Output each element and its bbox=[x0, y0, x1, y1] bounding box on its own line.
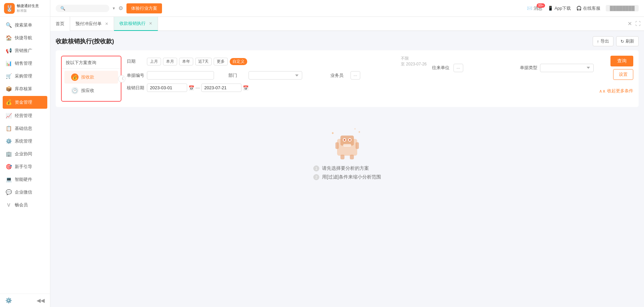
topbar-search-icon: 🔍 bbox=[60, 6, 65, 11]
tab-prepay-label: 预付冲应付单 bbox=[75, 21, 102, 27]
sidebar-item-label: 销售管理 bbox=[15, 60, 32, 66]
basic-info-icon: 📋 bbox=[5, 125, 12, 132]
date-quick-group: 上月 本月 本年 近7天 更多 自定义 bbox=[147, 58, 247, 65]
tip-text-1: 请先选择要分析的方案 bbox=[322, 165, 369, 171]
salesperson-ellipsis-btn[interactable]: ··· bbox=[351, 71, 360, 80]
sidebar-item-label: 新手引导 bbox=[15, 164, 32, 170]
bill-type-field: 单据类型 bbox=[520, 64, 602, 72]
by-receipt-label: 按收款 bbox=[81, 74, 94, 80]
tab-receipt-close[interactable]: ✕ bbox=[149, 21, 152, 26]
tabbar-right: ✕ ⛶ bbox=[628, 20, 644, 27]
date-this-month-btn[interactable]: 本月 bbox=[163, 58, 177, 65]
app-download-button[interactable]: 📱 App下载 bbox=[548, 5, 571, 11]
sidebar-item-wechat-biz[interactable]: 💬 企业微信 bbox=[0, 186, 50, 199]
bill-no-field: 单据编号 bbox=[127, 71, 223, 80]
main-area: 🔍 ▾ ⚙ 体验行业方案 ✉️ 消息 99+ 📱 App下载 🎧 在线客服 ██ bbox=[50, 0, 644, 307]
sidebar-nav: 🔍 搜索菜单 🏠 快捷导航 📢 营销推广 📊 销售管理 🛒 采购管理 📦 库存核… bbox=[0, 17, 50, 294]
verify-date-field: 核销日期 📅 — 📅 bbox=[127, 84, 427, 92]
collapse-sidebar-icon[interactable]: ◀◀ bbox=[37, 297, 45, 304]
tab-close-all-icon[interactable]: ✕ bbox=[628, 20, 632, 27]
counterparty-label: 往来单位 bbox=[432, 65, 449, 71]
topbar-search-box[interactable]: 🔍 bbox=[56, 5, 109, 12]
sidebar-item-label: 畅会员 bbox=[15, 202, 28, 208]
sales-icon: 📊 bbox=[5, 60, 12, 66]
sidebar-item-search-menu[interactable]: 🔍 搜索菜单 bbox=[0, 19, 50, 32]
sidebar-item-purchase[interactable]: 🛒 采购管理 bbox=[0, 70, 50, 83]
refresh-button[interactable]: ↻ 刷新 bbox=[616, 36, 639, 46]
date-more-btn[interactable]: 更多 bbox=[214, 58, 228, 65]
sidebar-item-guide[interactable]: 🎯 新手引导 bbox=[0, 160, 50, 173]
tab-prepay-close[interactable]: ✕ bbox=[105, 21, 108, 26]
svg-rect-7 bbox=[335, 142, 339, 149]
collapse-conditions-button[interactable]: ∧∧ 收起更多条件 bbox=[599, 88, 633, 94]
topbar-gear-icon[interactable]: ⚙ bbox=[118, 5, 123, 11]
date-this-year-btn[interactable]: 本年 bbox=[179, 58, 193, 65]
user-info[interactable]: ████████ bbox=[606, 6, 639, 11]
tab-home[interactable]: 首页 bbox=[50, 17, 70, 31]
logo-icon: 🐰 bbox=[4, 3, 15, 14]
export-label: 导出 bbox=[600, 38, 609, 44]
export-icon: ↑ bbox=[597, 39, 599, 44]
date-last-7days-btn[interactable]: 近7天 bbox=[195, 58, 212, 65]
sidebar-item-marketing[interactable]: 📢 营销推广 bbox=[0, 44, 50, 57]
bill-no-input[interactable] bbox=[147, 71, 214, 80]
empty-tip-2: 2 用[过滤]条件来缩小分析范围 bbox=[313, 174, 381, 180]
settings-button[interactable]: 设置 bbox=[613, 69, 633, 80]
tip-text-2: 用[过滤]条件来缩小分析范围 bbox=[322, 174, 381, 180]
sidebar-item-sales[interactable]: 📊 销售管理 bbox=[0, 57, 50, 70]
tab-maximize-icon[interactable]: ⛶ bbox=[635, 21, 641, 27]
filter-method-by-receipt[interactable]: 💰 按收款 bbox=[64, 71, 118, 84]
sidebar-item-basic-info[interactable]: 📋 基础信息 bbox=[0, 122, 50, 135]
online-service-button[interactable]: 🎧 在线客服 bbox=[576, 5, 600, 11]
sidebar-item-label: 营销推广 bbox=[15, 48, 32, 54]
salesperson-label: 业务员 bbox=[330, 72, 348, 79]
verify-date-end-input[interactable] bbox=[201, 84, 241, 92]
finance-icon: 💰 bbox=[5, 99, 12, 105]
date-custom-badge[interactable]: 自定义 bbox=[230, 58, 247, 65]
app-logo: 🐰 畅捷通好生意 标准版 bbox=[0, 0, 50, 17]
filter-method-by-receivable[interactable]: 🕐 按应收 bbox=[64, 84, 118, 97]
verify-date-start-cal-icon[interactable]: 📅 bbox=[189, 85, 194, 91]
sidebar-item-quick-nav[interactable]: 🏠 快捷导航 bbox=[0, 32, 50, 44]
sidebar-item-system[interactable]: ⚙️ 系统管理 bbox=[0, 135, 50, 148]
query-button[interactable]: 查询 bbox=[610, 56, 633, 66]
filter-method-sidebar: 按以下方案查询 💰 按收款 🕐 按应收 《 bbox=[61, 56, 121, 102]
export-button[interactable]: ↑ 导出 bbox=[593, 36, 614, 46]
topbar-dropdown-icon[interactable]: ▾ bbox=[113, 6, 115, 11]
date-filter-row: 日期 上月 本月 本年 近7天 更多 自定义 bbox=[127, 56, 427, 67]
bill-type-select[interactable] bbox=[540, 64, 594, 72]
sidebar-item-enterprise[interactable]: 🏢 企业协同 bbox=[0, 148, 50, 160]
enterprise-icon: 🏢 bbox=[5, 151, 12, 157]
tab-receipt-offset[interactable]: 收款核销执行 ✕ bbox=[114, 17, 158, 31]
verify-date-end-cal-icon[interactable]: 📅 bbox=[243, 85, 249, 91]
sidebar: 🐰 畅捷通好生意 标准版 🔍 搜索菜单 🏠 快捷导航 📢 营销推广 📊 销售管理… bbox=[0, 0, 50, 307]
date-field: 日期 上月 本月 本年 近7天 更多 自定义 bbox=[127, 58, 395, 65]
sidebar-item-label: 库存核算 bbox=[15, 86, 32, 92]
counterparty-field: 往来单位 ··· bbox=[432, 64, 515, 72]
operation-icon: 📈 bbox=[5, 113, 12, 119]
purchase-icon: 🛒 bbox=[5, 73, 12, 79]
sidebar-item-operation[interactable]: 📈 经营管理 bbox=[0, 109, 50, 122]
industry-solution-button[interactable]: 体验行业方案 bbox=[126, 3, 162, 13]
bill-no-label: 单据编号 bbox=[127, 72, 144, 79]
sidebar-item-finance[interactable]: 💰 资金管理 bbox=[3, 96, 47, 109]
message-button[interactable]: ✉️ 消息 99+ bbox=[527, 5, 542, 11]
settings-icon[interactable]: ⚙️ bbox=[5, 297, 12, 304]
svg-text:✦: ✦ bbox=[354, 127, 356, 131]
system-icon: ⚙️ bbox=[5, 138, 12, 144]
verify-date-start-input[interactable] bbox=[147, 84, 187, 92]
sidebar-item-label: 企业协同 bbox=[15, 151, 32, 157]
counterparty-ellipsis-btn[interactable]: ··· bbox=[453, 64, 463, 72]
tab-receipt-label: 收款核销执行 bbox=[119, 20, 146, 27]
sidebar-item-vip[interactable]: V 畅会员 bbox=[0, 199, 50, 211]
content-area: 收款核销执行(按收款) ↑ 导出 ↻ 刷新 按以下方案查询 💰 按收款 bbox=[50, 31, 644, 307]
sidebar-item-inventory[interactable]: 📦 库存核算 bbox=[0, 83, 50, 95]
dept-select[interactable] bbox=[249, 71, 302, 80]
sidebar-item-smart-hw[interactable]: 💻 智能硬件 bbox=[0, 173, 50, 186]
sidebar-collapse-button[interactable]: 《 bbox=[118, 75, 125, 83]
date-last-month-btn[interactable]: 上月 bbox=[147, 58, 161, 65]
tab-prepay-offset[interactable]: 预付冲应付单 ✕ bbox=[70, 17, 114, 31]
date-no-limit: 不限 bbox=[401, 56, 427, 61]
username-text: ████████ bbox=[606, 5, 639, 11]
empty-tip-1: 1 请先选择要分析的方案 bbox=[313, 165, 381, 171]
